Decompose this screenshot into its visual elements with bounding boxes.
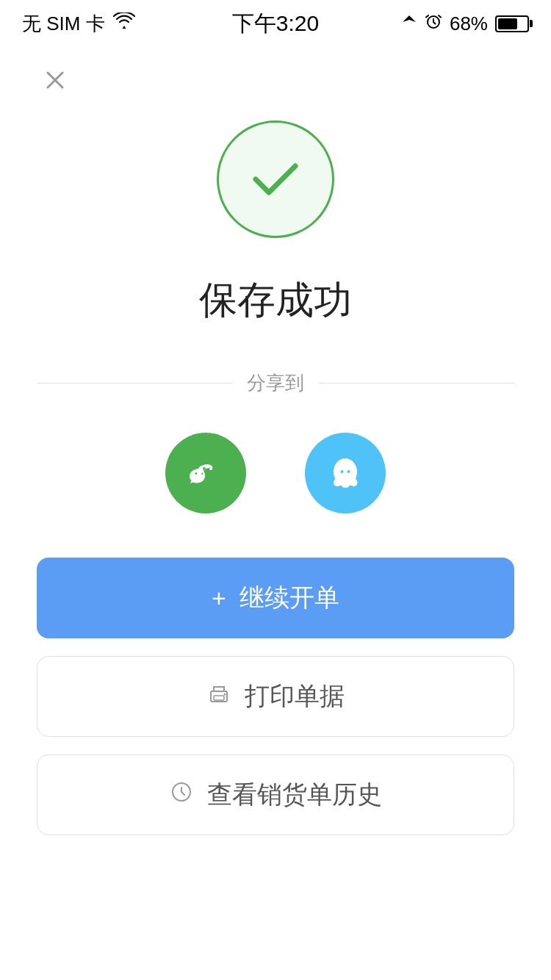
location-icon	[401, 12, 417, 35]
print-receipt-button[interactable]: 打印单据	[37, 656, 514, 737]
battery-icon	[495, 15, 529, 32]
battery-percent: 68%	[450, 12, 488, 35]
printer-icon	[206, 681, 231, 712]
continue-order-button[interactable]: + 继续开单	[37, 558, 514, 638]
plus-icon: +	[212, 584, 226, 613]
svg-point-6	[224, 693, 226, 696]
svg-point-2	[341, 470, 344, 473]
wifi-icon	[112, 12, 136, 35]
svg-rect-5	[214, 696, 224, 700]
history-icon	[169, 779, 194, 810]
view-history-label: 查看销货单历史	[207, 778, 382, 812]
main-content: 保存成功 分享到	[0, 47, 551, 835]
status-left: 无 SIM 卡	[22, 11, 136, 37]
divider-right	[319, 383, 514, 383]
view-history-button[interactable]: 查看销货单历史	[37, 754, 514, 835]
close-icon	[42, 67, 68, 93]
qq-icon	[322, 450, 369, 497]
share-section: 分享到	[37, 370, 514, 514]
status-bar: 无 SIM 卡 下午3:20 68%	[0, 0, 551, 47]
success-circle	[217, 120, 334, 238]
wechat-share-button[interactable]	[165, 433, 246, 514]
close-button[interactable]	[37, 62, 73, 98]
svg-point-3	[347, 470, 350, 473]
alarm-icon	[425, 12, 442, 35]
continue-order-label: 继续开单	[240, 581, 339, 615]
print-receipt-label: 打印单据	[245, 680, 345, 713]
action-buttons: + 继续开单 打印单据	[37, 558, 514, 835]
no-sim-label: 无 SIM 卡	[22, 11, 105, 37]
share-icons	[37, 433, 514, 514]
wechat-icon	[182, 450, 229, 497]
status-time: 下午3:20	[232, 9, 319, 39]
qq-share-button[interactable]	[305, 433, 386, 514]
share-divider: 分享到	[37, 370, 514, 396]
divider-left	[37, 383, 232, 383]
checkmark-icon	[242, 146, 309, 212]
share-label: 分享到	[247, 370, 304, 396]
success-section: 保存成功 分享到	[37, 62, 514, 835]
success-title: 保存成功	[199, 275, 352, 326]
status-right: 68%	[401, 12, 529, 35]
